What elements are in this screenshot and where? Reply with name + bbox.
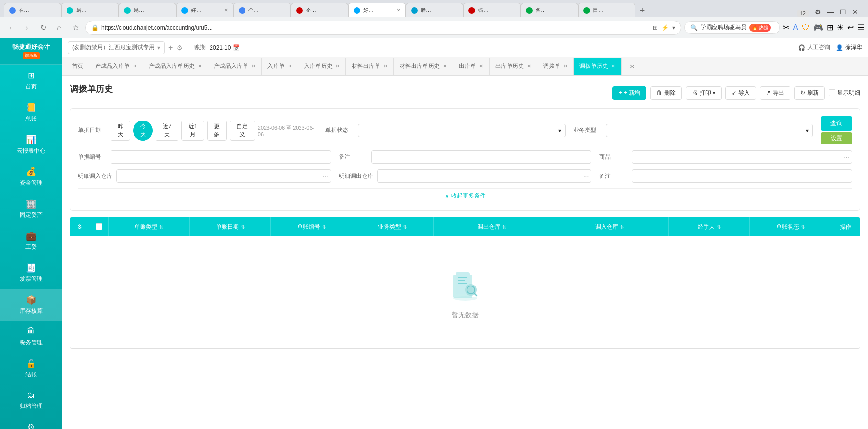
date-btn-1month[interactable]: 近1月 bbox=[181, 121, 204, 141]
date-btn-more[interactable]: 更多 bbox=[207, 121, 227, 141]
th-out[interactable]: 调出仓库 ⇅ bbox=[434, 217, 551, 236]
address-input[interactable]: 🔒 https://cloud.chanjet.com/accounting/u… bbox=[85, 21, 681, 35]
forward-button[interactable]: › bbox=[20, 21, 33, 34]
biz-type-select[interactable]: ▾ bbox=[606, 124, 813, 137]
query-button[interactable]: 查询 bbox=[821, 116, 852, 131]
sidebar-item-report[interactable]: 📊 云报表中心 bbox=[0, 129, 62, 161]
page-tab-product-in-close[interactable]: ✕ bbox=[133, 63, 137, 69]
date-btn-yesterday[interactable]: 昨天 bbox=[111, 121, 130, 141]
browser-tab-4[interactable]: 好… ✕ bbox=[176, 3, 234, 17]
page-tab-in-order[interactable]: 入库单 ✕ bbox=[262, 58, 298, 75]
out-warehouse-more-icon[interactable]: ··· bbox=[583, 172, 589, 180]
page-tab-transfer-history[interactable]: 调拨单历史 ✕ bbox=[574, 58, 622, 75]
delete-button[interactable]: 🗑 删除 bbox=[650, 86, 682, 100]
browser-tab-8[interactable]: 腾… bbox=[406, 3, 463, 17]
org-settings-icon[interactable]: ⚙ bbox=[177, 44, 183, 52]
th-biz[interactable]: 业务类型 ⇅ bbox=[352, 217, 434, 236]
home-button[interactable]: ⌂ bbox=[53, 21, 66, 34]
browser-tab-6[interactable]: 企… bbox=[291, 3, 348, 17]
page-tab-in-history[interactable]: 入库单历史 ✕ bbox=[298, 58, 346, 75]
sidebar-item-asset[interactable]: 🏢 固定资产 bbox=[0, 193, 62, 225]
goods-more-icon[interactable]: ··· bbox=[844, 153, 849, 161]
page-tab-transfer[interactable]: 调拨单 ✕ bbox=[537, 58, 574, 75]
sidebar-item-inventory[interactable]: 📦 库存核算 bbox=[0, 289, 62, 321]
th-date[interactable]: 单账日期 ⇅ bbox=[190, 217, 271, 236]
menu-icon[interactable]: ☰ bbox=[857, 23, 864, 32]
sidebar-item-fund[interactable]: 💰 资金管理 bbox=[0, 161, 62, 193]
sidebar-item-settings[interactable]: ⚙ 基础设置 bbox=[0, 416, 62, 429]
date-btn-custom[interactable]: 自定义 bbox=[230, 121, 255, 141]
page-tab-in-history-close[interactable]: ✕ bbox=[335, 63, 340, 69]
page-tab-in-order-close[interactable]: ✕ bbox=[288, 63, 292, 69]
window-settings-icon[interactable]: ⚙ bbox=[812, 7, 823, 17]
page-tab-transfer-close[interactable]: ✕ bbox=[563, 63, 568, 69]
browser-tab-5[interactable]: 个… bbox=[234, 3, 291, 17]
select-all-checkbox[interactable] bbox=[96, 223, 102, 230]
service-button[interactable]: 🎧 人工咨询 bbox=[798, 44, 830, 52]
export-button[interactable]: ↗ 导出 bbox=[760, 86, 790, 100]
import-button[interactable]: ↙ 导入 bbox=[725, 86, 756, 100]
tabs-close-all[interactable]: ✕ bbox=[629, 63, 635, 70]
sidebar-item-archive[interactable]: 🗂 归档管理 bbox=[0, 385, 62, 416]
page-tab-mat-out-history[interactable]: 材料出库单历史 ✕ bbox=[394, 58, 453, 75]
page-tab-mat-out-close[interactable]: ✕ bbox=[383, 63, 388, 69]
add-org-button[interactable]: + bbox=[168, 44, 173, 52]
page-tab-out-order[interactable]: 出库单 ✕ bbox=[453, 58, 490, 75]
page-tab-product-in[interactable]: 产成品入库单 ✕ bbox=[89, 58, 143, 75]
date-btn-today[interactable]: 今天 bbox=[133, 121, 153, 141]
browser-tab-2[interactable]: 易… bbox=[61, 3, 119, 17]
user-info[interactable]: 👤 徐泽华 bbox=[836, 44, 862, 52]
remark2-filter-input[interactable] bbox=[632, 169, 852, 183]
th-check[interactable] bbox=[89, 217, 109, 236]
out-warehouse-input[interactable] bbox=[377, 169, 592, 183]
browser-tab-1[interactable]: 在… bbox=[4, 3, 61, 17]
in-warehouse-input[interactable] bbox=[116, 169, 331, 183]
th-type[interactable]: 单账类型 ⇅ bbox=[109, 217, 190, 236]
print-button[interactable]: 🖨 打印 ▾ bbox=[686, 86, 722, 100]
page-tab-home[interactable]: 首页 bbox=[66, 58, 89, 75]
show-detail-checkbox[interactable]: 显示明细 bbox=[829, 89, 860, 97]
page-tab-out-history[interactable]: 出库单历史 ✕ bbox=[490, 58, 537, 75]
browser-tab-3[interactable]: 易… bbox=[119, 3, 176, 17]
goods-filter-input[interactable] bbox=[632, 150, 852, 164]
page-tab-product-in-history-close[interactable]: ✕ bbox=[198, 63, 202, 69]
page-tab-product-in-history[interactable]: 产成品入库单历史 ✕ bbox=[143, 58, 208, 75]
tab-close-7[interactable]: ✕ bbox=[396, 7, 401, 13]
new-button[interactable]: + + 新增 bbox=[612, 86, 646, 100]
sidebar-item-payroll[interactable]: 💼 工资 bbox=[0, 225, 62, 257]
in-warehouse-more-icon[interactable]: ··· bbox=[323, 172, 328, 180]
sidebar-item-closing[interactable]: 🔒 结账 bbox=[0, 352, 62, 385]
browser-tab-11[interactable]: 目… bbox=[578, 3, 635, 17]
page-tab-transfer-history-close[interactable]: ✕ bbox=[611, 63, 615, 69]
org-selector[interactable]: (勿删勿禁用）江西服宝测试专用 ▾ bbox=[68, 41, 165, 54]
browser-search[interactable]: 🔍 学霸应聘场驱鸟员 🔥 热搜 bbox=[684, 21, 780, 34]
th-status[interactable]: 单账状态 ⇅ bbox=[750, 217, 831, 236]
settings-button[interactable]: 设置 bbox=[821, 132, 852, 144]
window-close-icon[interactable]: ✕ bbox=[850, 7, 860, 17]
back-button[interactable]: ‹ bbox=[4, 21, 17, 34]
page-tab-out-order-close[interactable]: ✕ bbox=[479, 63, 483, 69]
date-btn-7days[interactable]: 近7天 bbox=[156, 121, 178, 141]
page-tab-mat-out[interactable]: 材料出库单 ✕ bbox=[346, 58, 394, 75]
tab-close-4[interactable]: ✕ bbox=[224, 7, 228, 13]
collapse-button[interactable]: ∧ 收起更多条件 bbox=[78, 188, 852, 203]
th-gear[interactable]: ⚙ bbox=[70, 217, 89, 236]
page-tab-product-in2[interactable]: 产成品入库单 ✕ bbox=[208, 58, 262, 75]
browser-tab-9[interactable]: 畅… bbox=[463, 3, 521, 17]
th-handler[interactable]: 经手人 ⇅ bbox=[669, 217, 750, 236]
show-detail-check-box[interactable] bbox=[829, 89, 835, 96]
page-tab-out-history-close[interactable]: ✕ bbox=[527, 63, 531, 69]
page-tab-product-in2-close[interactable]: ✕ bbox=[251, 63, 256, 69]
browser-tab-7[interactable]: 好… ✕ bbox=[348, 3, 406, 17]
bookmark-button[interactable]: ☆ bbox=[69, 21, 82, 34]
status-select[interactable]: ▾ bbox=[358, 124, 565, 137]
window-maximize-icon[interactable]: ☐ bbox=[837, 7, 848, 17]
th-num[interactable]: 单账编号 ⇅ bbox=[271, 217, 352, 236]
num-filter-input[interactable] bbox=[111, 150, 331, 164]
sidebar-item-tax[interactable]: 🏛 税务管理 bbox=[0, 321, 62, 352]
new-tab-button[interactable]: + bbox=[635, 4, 649, 17]
browser-tab-10[interactable]: 各… bbox=[521, 3, 578, 17]
period-value[interactable]: 2021-10 📅 bbox=[210, 44, 240, 51]
address-dropdown-icon[interactable]: ▾ bbox=[672, 24, 675, 31]
th-in[interactable]: 调入仓库 ⇅ bbox=[551, 217, 669, 236]
